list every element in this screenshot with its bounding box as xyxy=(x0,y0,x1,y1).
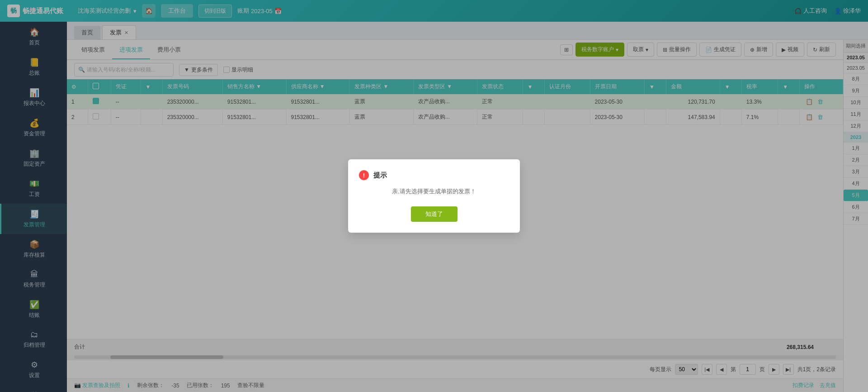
modal-dialog: ! 提示 亲,请先选择要生成单据的发票！ 知道了 xyxy=(348,159,520,233)
modal-message: 亲,请先选择要生成单据的发票！ xyxy=(392,188,476,195)
modal-ok-button[interactable]: 知道了 xyxy=(411,206,458,222)
modal-overlay[interactable]: ! 提示 亲,请先选择要生成单据的发票！ 知道了 xyxy=(0,0,868,392)
modal-title: 提示 xyxy=(373,171,387,180)
modal-footer: 知道了 xyxy=(359,206,509,222)
warning-icon: ! xyxy=(359,170,369,180)
modal-header: ! 提示 xyxy=(359,170,509,180)
modal-body: 亲,请先选择要生成单据的发票！ xyxy=(359,187,509,196)
